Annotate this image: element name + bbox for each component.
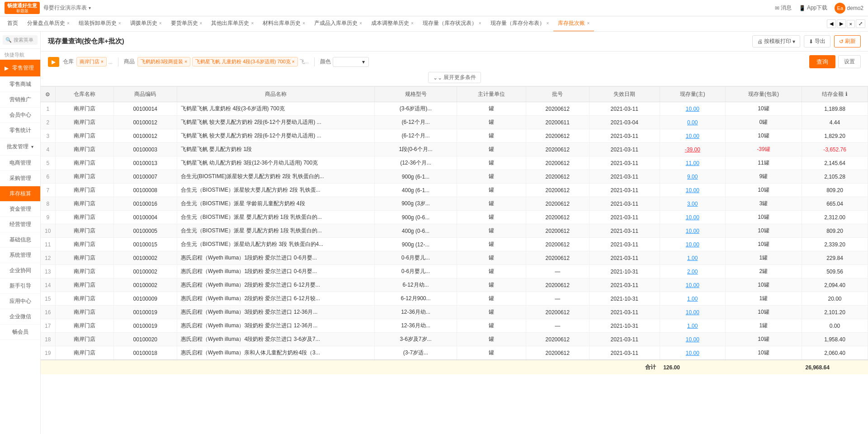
tab-调拨[interactable]: 调拨单历史 × xyxy=(126,16,166,32)
close-icon[interactable]: × xyxy=(118,21,121,26)
close-icon[interactable]: × xyxy=(302,21,305,26)
row-qty-pack: 10罐 xyxy=(725,238,802,251)
row-qty-main[interactable]: 9.00 xyxy=(660,170,725,184)
search-box[interactable]: 🔍 搜索英单 xyxy=(3,35,38,45)
col-settings[interactable]: ⚙ xyxy=(41,87,55,102)
tab-分量盘点[interactable]: 分量盘点单历史 × xyxy=(23,16,74,32)
close-icon[interactable]: × xyxy=(251,21,254,26)
col-code: 商品编码 xyxy=(113,87,177,102)
col-qty-main: 现存量(主) xyxy=(660,87,725,102)
tab-其他出库[interactable]: 其他出库单历史 × xyxy=(207,16,258,32)
close-icon[interactable]: × xyxy=(587,21,590,26)
close-icon[interactable]: × xyxy=(159,21,162,26)
expand-more-btn[interactable]: ⌄⌄ 展开更多条件 xyxy=(428,72,481,83)
row-expire: 2021-03-11 xyxy=(589,184,660,197)
goods-filter: 商品 飞鹤奶粉3段两提装 × 飞鹤星飞帆 儿童奶粉 4段(3-6岁适用) 700… xyxy=(124,57,309,66)
nav-fullscreen-btn[interactable]: ⤢ xyxy=(856,19,865,28)
color-dropdown[interactable]: ▾ xyxy=(333,57,369,67)
page-header: 现存量查询(按仓库+批次) 🖨 按模板打印 ▾ ⬇ 导出 ↺ 刷新 xyxy=(41,32,868,52)
goods-tag-2-close[interactable]: × xyxy=(292,59,295,64)
row-qty-main[interactable]: 10.00 xyxy=(660,346,725,360)
row-qty-main[interactable]: 0.00 xyxy=(660,116,725,129)
row-qty-main[interactable]: 10.00 xyxy=(660,211,725,224)
close-icon[interactable]: × xyxy=(479,21,481,26)
close-icon[interactable]: × xyxy=(359,21,362,26)
row-spec: 900g (6-1... xyxy=(375,170,457,184)
sidebar-item-电商管理[interactable]: 电商管理 xyxy=(0,156,40,171)
sidebar-item-零售统计[interactable]: 零售统计 xyxy=(0,123,40,138)
row-number: 14 xyxy=(41,278,55,292)
row-qty-main[interactable]: 10.00 xyxy=(660,333,725,346)
sidebar-item-会员中心[interactable]: 会员中心 xyxy=(0,108,40,123)
tab-材料出库[interactable]: 材料出库单历史 × xyxy=(258,16,310,32)
row-qty-main[interactable]: 10.00 xyxy=(660,129,725,143)
row-qty-main[interactable]: 1.00 xyxy=(660,319,725,333)
close-icon[interactable]: × xyxy=(411,21,414,26)
row-qty-main[interactable]: 11.00 xyxy=(660,156,725,170)
goods-more[interactable]: 飞... xyxy=(300,58,309,65)
expand-filter-btn[interactable]: ▶ xyxy=(48,57,59,67)
sidebar-item-企业协同[interactable]: 企业协同 xyxy=(0,263,40,278)
setting-btn[interactable]: 设置 xyxy=(838,55,861,68)
sidebar-item-库存核算[interactable]: 库存核算 xyxy=(0,186,40,202)
sidebar-item-应用中心[interactable]: 应用中心 xyxy=(0,294,40,309)
row-qty-main[interactable]: 1.00 xyxy=(660,251,725,265)
tab-现存量状况[interactable]: 现存量（库存状况表） × xyxy=(418,16,486,32)
nav-close-btn[interactable]: × xyxy=(847,20,855,28)
sidebar-item-资金管理[interactable]: 资金管理 xyxy=(0,202,40,217)
row-batch: 20200612 xyxy=(526,143,589,156)
chevron-down-icon: ▾ xyxy=(31,144,33,149)
goods-tag-1-close[interactable]: × xyxy=(184,59,187,64)
close-icon[interactable]: × xyxy=(547,21,549,26)
tab-组装拆卸[interactable]: 组装拆卸单历史 × xyxy=(74,16,126,32)
sidebar-item-企业微信[interactable]: 企业微信 xyxy=(0,309,40,325)
sidebar-item-系统管理[interactable]: 系统管理 xyxy=(0,248,40,263)
row-qty-main[interactable]: 1.00 xyxy=(660,292,725,306)
query-btn[interactable]: 查询 xyxy=(809,55,835,68)
warehouse-more[interactable]: ... xyxy=(108,59,113,65)
row-qty-main[interactable]: 10.00 xyxy=(660,184,725,197)
row-qty-pack: 0罐 xyxy=(725,116,802,129)
row-qty-main[interactable]: 10.00 xyxy=(660,278,725,292)
sidebar-item-营销推广[interactable]: 营销推广 xyxy=(0,92,40,108)
row-qty-pack: 10罐 xyxy=(725,129,802,143)
sidebar-item-新手引导[interactable]: 新手引导 xyxy=(0,278,40,294)
message-btn[interactable]: ✉ 消息 xyxy=(775,4,792,12)
row-name: 飞鹤星飞帆 较大婴儿配方奶粉 2段(6-12个月婴幼儿适用) ... xyxy=(177,116,375,129)
row-code: 00100013 xyxy=(113,156,177,170)
tab-home[interactable]: 首页 xyxy=(3,16,23,32)
close-icon[interactable]: × xyxy=(200,21,203,26)
sidebar-item-采购管理[interactable]: 采购管理 xyxy=(0,171,40,186)
export-btn[interactable]: ⬇ 导出 xyxy=(804,35,830,47)
row-number: 1 xyxy=(41,102,55,116)
user-area[interactable]: Ea demo2 xyxy=(835,3,863,14)
tab-成本调整[interactable]: 成本调整单历史 × xyxy=(367,16,418,32)
tab-产成品入库[interactable]: 产成品入库单历史 × xyxy=(310,16,367,32)
tab-现存量分布[interactable]: 现存量（库存分布表） × xyxy=(486,16,554,32)
sidebar-item-零售管理[interactable]: ▶ 零售管理 xyxy=(0,60,40,77)
row-qty-main[interactable]: 3.00 xyxy=(660,197,725,211)
app-download-btn[interactable]: 📱 App下载 xyxy=(799,4,827,12)
warehouse-tag-close[interactable]: × xyxy=(101,59,104,64)
sidebar-item-基础信息[interactable]: 基础信息 xyxy=(0,232,40,248)
gear-icon[interactable]: ⚙ xyxy=(45,91,50,98)
nav-right-btn[interactable]: ▶ xyxy=(837,19,846,28)
row-qty-main[interactable]: 10.00 xyxy=(660,224,725,238)
tab-库存批次账[interactable]: 库存批次账 × xyxy=(553,16,594,32)
row-qty-main[interactable]: 2.00 xyxy=(660,265,725,278)
industry-select[interactable]: 母婴行业演示库表 ▾ xyxy=(43,4,91,12)
row-qty-main[interactable]: 10.00 xyxy=(660,102,725,116)
row-qty-main[interactable]: -39.00 xyxy=(660,143,725,156)
row-qty-main[interactable]: 10.00 xyxy=(660,306,725,319)
tab-要货[interactable]: 要货单历史 × xyxy=(166,16,207,32)
row-qty-main[interactable]: 10.00 xyxy=(660,238,725,251)
print-btn[interactable]: 🖨 按模板打印 ▾ xyxy=(752,35,800,47)
nav-left-btn[interactable]: ◀ xyxy=(827,19,836,28)
close-icon[interactable]: × xyxy=(67,21,70,26)
refresh-btn[interactable]: ↺ 刷新 xyxy=(834,35,861,47)
sidebar-item-批发管理[interactable]: 批发管理 ▾ xyxy=(0,138,40,156)
sidebar-item-经营管理[interactable]: 经营管理 xyxy=(0,217,40,232)
sidebar-item-畅会员[interactable]: 畅会员 xyxy=(0,325,40,340)
sidebar-item-零售商城[interactable]: 零售商城 xyxy=(0,77,40,92)
table-row: 19 南岸门店 00100018 惠氏启程（Wyeth illuma）亲和人体儿… xyxy=(41,346,868,360)
